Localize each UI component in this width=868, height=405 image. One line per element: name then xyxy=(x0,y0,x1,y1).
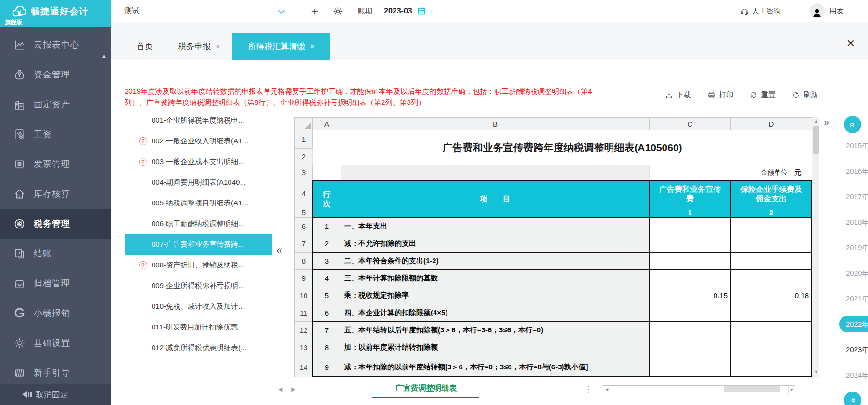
year-label[interactable]: 2023年 xyxy=(839,342,868,358)
form-item-3[interactable]: ?003-一般企业成本支出明细... xyxy=(125,152,272,172)
empty-cell[interactable] xyxy=(313,165,341,180)
cell-item[interactable]: 一、本年支出 xyxy=(341,218,650,235)
cell-ad-value[interactable] xyxy=(650,218,731,235)
cell-item[interactable]: 三、本年计算扣除限额的基数 xyxy=(341,270,650,287)
sidebar-item-12[interactable]: 新手引导 xyxy=(0,358,111,388)
form-item-1[interactable]: 001-企业所得税年度纳税申... xyxy=(125,110,272,131)
sidebar-item-6[interactable]: 库存核算 xyxy=(0,179,111,209)
sheet-tab-next-icon[interactable]: ▶ xyxy=(291,386,295,392)
cell-item[interactable]: 乘：税收规定扣除率 xyxy=(341,287,650,304)
cell-ad-value[interactable] xyxy=(650,356,731,378)
cell-line-number[interactable]: 8 xyxy=(313,339,341,356)
support-button[interactable]: 人工咨询 xyxy=(740,0,781,22)
years-scroll-up-button[interactable]: « xyxy=(844,116,861,133)
cell-ad-value[interactable] xyxy=(650,270,731,287)
help-icon[interactable]: ? xyxy=(139,261,147,269)
sheet-tab-prev-icon[interactable]: ◀ xyxy=(278,386,282,392)
cell-item[interactable]: 二、本年符合条件的支出(1-2) xyxy=(341,253,650,270)
gear-icon[interactable] xyxy=(333,0,343,22)
user-menu[interactable]: 用友 xyxy=(809,0,844,22)
row-number[interactable]: 4 xyxy=(295,180,313,207)
cell-ad-value[interactable] xyxy=(650,235,731,253)
sidebar-item-5[interactable]: 发票管理 xyxy=(0,149,111,179)
sidebar-item-4[interactable]: 工资 xyxy=(0,119,111,149)
column-header-B[interactable]: B xyxy=(341,118,650,130)
splitter-handle[interactable]: ⋮ xyxy=(584,384,592,394)
cell-item[interactable]: 加：以前年度累计结转扣除额 xyxy=(341,339,650,356)
scroll-down-icon[interactable]: ▼ xyxy=(812,368,819,376)
form-item-10[interactable]: 010-免税、减计收入及加计... xyxy=(125,296,272,317)
scroll-left-icon[interactable]: ◀ xyxy=(603,386,610,393)
form-item-11[interactable]: 011-研发费用加计扣除优惠... xyxy=(125,317,272,338)
cell-line-number[interactable]: 1 xyxy=(313,218,341,235)
year-label[interactable]: 2016年 xyxy=(839,163,868,179)
empty-cell[interactable] xyxy=(341,165,650,180)
row-number[interactable]: 5 xyxy=(295,207,313,218)
unit-note-cell[interactable]: 金额单位：元 xyxy=(650,165,812,180)
download-button[interactable]: 下载 xyxy=(665,90,691,100)
cell-line-number[interactable]: 7 xyxy=(313,322,341,339)
row-number[interactable]: 10 xyxy=(295,287,313,304)
cell-line-number[interactable]: 6 xyxy=(313,304,341,322)
form-item-6[interactable]: 006-职工薪酬纳税调整明细... xyxy=(125,214,272,234)
year-label[interactable]: 2018年 xyxy=(839,214,868,230)
scroll-right-icon[interactable]: ▶ xyxy=(788,386,795,393)
column-header-C[interactable]: C xyxy=(650,118,731,130)
sidebar-item-2[interactable]: 资金管理 xyxy=(0,60,111,89)
cell-ad-value[interactable] xyxy=(650,339,731,356)
workspace-selector[interactable]: 测试 xyxy=(124,0,140,22)
sidebar-item-7[interactable]: 税税务管理 xyxy=(0,209,111,239)
sidebar-item-10[interactable]: 小畅报销 xyxy=(0,298,111,328)
expand-panel-icon[interactable]: » xyxy=(824,116,829,127)
cell-insurance-value[interactable] xyxy=(731,304,812,322)
cell-insurance-value[interactable] xyxy=(731,356,812,378)
cell-item[interactable]: 四、本企业计算的扣除限额(4×5) xyxy=(341,304,650,322)
cell-line-number[interactable]: 3 xyxy=(313,253,341,270)
cell-ad-value[interactable] xyxy=(650,253,731,270)
cell-line-number[interactable]: 2 xyxy=(313,235,341,253)
refresh-button[interactable]: 刷新 xyxy=(792,90,818,100)
sheet-tab[interactable]: 广宣费调整明细表 xyxy=(372,380,479,398)
header-insurance-col[interactable]: 保险企业手续费及佣金支出 xyxy=(731,180,812,207)
cell-item[interactable]: 减：本年扣除的以前年度结转额[3＞6，本行=0；3≤6，本行=8与(6-3)孰小… xyxy=(341,356,650,378)
cell-item[interactable]: 减：不允许扣除的支出 xyxy=(341,235,650,253)
scroll-up-icon[interactable]: ▲ xyxy=(812,117,819,125)
vertical-scrollbar[interactable]: ▲ ▼ xyxy=(812,117,819,377)
year-label[interactable]: 2015年 xyxy=(839,138,868,154)
sidebar-item-11[interactable]: 基础设置 xyxy=(0,328,111,358)
sheet-corner-cell[interactable] xyxy=(295,118,313,130)
year-label[interactable]: 2022年 xyxy=(839,316,868,332)
sidebar-item-9[interactable]: 归档管理 xyxy=(0,268,111,298)
form-item-5[interactable]: 005-纳税调整项目明细表(A1... xyxy=(125,193,272,214)
year-label[interactable]: 2019年 xyxy=(839,240,868,256)
cell-line-number[interactable]: 5 xyxy=(313,287,341,304)
unpin-sidebar-button[interactable]: 取消固定 xyxy=(0,384,111,405)
cell-ad-value[interactable]: 0.15 xyxy=(650,287,731,304)
vertical-scroll-thumb[interactable] xyxy=(813,126,819,154)
add-account-button[interactable]: ＋ xyxy=(309,0,320,22)
years-scroll-down-button[interactable]: « xyxy=(844,392,861,405)
cell-ad-value[interactable] xyxy=(650,304,731,322)
header-item-col[interactable]: 项 目 xyxy=(341,180,650,218)
year-label[interactable]: 2017年 xyxy=(839,189,868,205)
sidebar-scroll-up-icon[interactable]: ▲ xyxy=(102,53,107,59)
cell-line-number[interactable]: 9 xyxy=(313,356,341,378)
print-button[interactable]: 打印 xyxy=(707,90,733,100)
header-ad-col[interactable]: 广告费和业务宣传费 xyxy=(650,180,731,207)
row-number[interactable]: 8 xyxy=(295,253,313,270)
chevron-down-icon[interactable] xyxy=(278,7,285,14)
header-col-number-1[interactable]: 1 xyxy=(650,207,731,218)
form-item-4[interactable]: 004-期间费用明细表(A1040... xyxy=(125,172,272,193)
row-number[interactable]: 12 xyxy=(295,322,313,339)
cell-item[interactable]: 五、本年结转以后年度扣除额(3＞6，本行=3-6；3≤6，本行=0) xyxy=(341,322,650,339)
sheet-title-cell[interactable]: 广告费和业务宣传费跨年度纳税调整明细表(A105060) xyxy=(313,130,812,165)
form-item-9[interactable]: 009-企业所得税弥补亏损明... xyxy=(125,276,272,296)
cell-insurance-value[interactable] xyxy=(731,322,812,339)
horizontal-scrollbar[interactable]: ◀ ▶ xyxy=(603,385,795,393)
help-icon[interactable]: ? xyxy=(139,158,147,166)
row-number[interactable]: 14 xyxy=(295,356,313,378)
form-item-12[interactable]: 012-减免所得税优惠明细表(... xyxy=(125,338,272,358)
row-number[interactable]: 1 xyxy=(295,130,313,149)
cell-insurance-value[interactable] xyxy=(731,270,812,287)
cell-insurance-value[interactable]: 0.18 xyxy=(731,287,812,304)
